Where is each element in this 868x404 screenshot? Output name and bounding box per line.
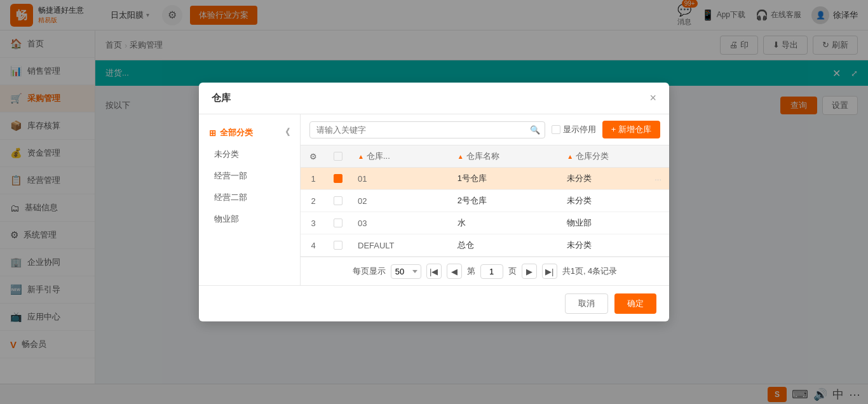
cat-item-ops1[interactable]: 经营一部 bbox=[199, 165, 300, 187]
header-checkbox[interactable] bbox=[334, 152, 342, 161]
show-disabled-checkbox[interactable] bbox=[552, 125, 560, 134]
modal-overlay: 仓库 × ⊞ 全部分类 《 未分类 经营一部 经营二部 物业部 bbox=[0, 0, 868, 404]
modal-close-button[interactable]: × bbox=[649, 91, 656, 105]
show-disabled-wrap[interactable]: 显示停用 bbox=[552, 124, 596, 135]
category-panel: ⊞ 全部分类 《 未分类 经营一部 经营二部 物业部 bbox=[199, 114, 301, 285]
row-num: 01 bbox=[350, 168, 450, 190]
warehouse-modal: 仓库 × ⊞ 全部分类 《 未分类 经营一部 经营二部 物业部 bbox=[199, 83, 669, 321]
cat-item-ops2[interactable]: 经营二部 bbox=[199, 187, 300, 208]
table-panel: 🔍 显示停用 + 新增仓库 ⚙ bbox=[301, 114, 669, 285]
row-gear[interactable]: 2 bbox=[301, 190, 326, 212]
search-input-wrap: 🔍 bbox=[309, 121, 545, 138]
modal-title: 仓库 bbox=[212, 92, 231, 104]
modal-body: ⊞ 全部分类 《 未分类 经营一部 经营二部 物业部 🔍 bbox=[199, 114, 669, 285]
search-icon[interactable]: 🔍 bbox=[530, 125, 540, 135]
collapse-icon[interactable]: 《 bbox=[281, 127, 290, 138]
row-name: 1号仓库 bbox=[450, 168, 560, 190]
search-input[interactable] bbox=[309, 121, 545, 138]
confirm-button[interactable]: 确定 bbox=[614, 293, 656, 314]
row-name: 水 bbox=[450, 212, 560, 234]
sort-icon2: ▲ bbox=[458, 153, 464, 160]
table-row[interactable]: 4 DEFAULT 总仓 未分类 bbox=[301, 234, 669, 257]
row-category: 未分类 bbox=[559, 234, 669, 257]
name-col-header: ▲ 仓库名称 bbox=[450, 145, 560, 168]
row-num: DEFAULT bbox=[350, 234, 450, 257]
row-checkbox-cell[interactable] bbox=[326, 234, 350, 257]
row-checkbox[interactable] bbox=[334, 196, 342, 205]
row-gear[interactable]: 1 bbox=[301, 168, 326, 190]
cat-item-property[interactable]: 物业部 bbox=[199, 208, 300, 230]
cat-item-uncategorized[interactable]: 未分类 bbox=[199, 144, 300, 165]
table-row[interactable]: 1 01 1号仓库 未分类... bbox=[301, 168, 669, 190]
row-name: 总仓 bbox=[450, 234, 560, 257]
page-size-select[interactable]: 50 10 20 100 bbox=[391, 264, 421, 279]
row-more-btn[interactable]: ... bbox=[654, 173, 661, 182]
sort-icon: ▲ bbox=[358, 153, 364, 160]
row-checkbox[interactable] bbox=[334, 219, 342, 227]
row-num: 02 bbox=[350, 190, 450, 212]
category-col-header: ▲ 仓库分类 bbox=[559, 145, 669, 168]
table-toolbar: 🔍 显示停用 + 新增仓库 bbox=[301, 114, 669, 145]
first-page-button[interactable]: |◀ bbox=[426, 264, 442, 279]
data-table: ⚙ ▲ 仓库... bbox=[301, 145, 669, 257]
checkbox-col-header bbox=[326, 145, 350, 168]
row-name: 2号仓库 bbox=[450, 190, 560, 212]
next-page-button[interactable]: ▶ bbox=[522, 264, 537, 279]
row-category: 物业部 bbox=[559, 212, 669, 234]
row-category: 未分类... bbox=[559, 168, 669, 190]
modal-header: 仓库 × bbox=[199, 83, 669, 114]
code-col-header: ▲ 仓库... bbox=[350, 145, 450, 168]
row-category: 未分类 bbox=[559, 190, 669, 212]
modal-footer: 取消 确定 bbox=[199, 285, 669, 321]
page-number-input[interactable] bbox=[480, 264, 503, 279]
row-checkbox-cell[interactable] bbox=[326, 190, 350, 212]
pagination: 每页显示 50 10 20 100 |◀ ◀ 第 页 ▶ ▶| 共1页, 4条记… bbox=[301, 257, 669, 285]
table-row[interactable]: 2 02 2号仓库 未分类 bbox=[301, 190, 669, 212]
new-warehouse-button[interactable]: + 新增仓库 bbox=[602, 121, 660, 138]
row-checkbox-cell[interactable] bbox=[326, 212, 350, 234]
row-checkbox-cell[interactable] bbox=[326, 168, 350, 190]
row-num: 03 bbox=[350, 212, 450, 234]
prev-page-button[interactable]: ◀ bbox=[447, 264, 462, 279]
row-checkbox[interactable] bbox=[334, 174, 342, 183]
grid-icon: ⊞ bbox=[209, 128, 216, 138]
row-gear[interactable]: 4 bbox=[301, 234, 326, 257]
row-checkbox[interactable] bbox=[334, 241, 342, 250]
sort-icon3: ▲ bbox=[567, 153, 573, 160]
cat-all-header[interactable]: ⊞ 全部分类 《 bbox=[199, 122, 300, 144]
cancel-button[interactable]: 取消 bbox=[565, 293, 608, 314]
table-row[interactable]: 3 03 水 物业部 bbox=[301, 212, 669, 234]
row-gear[interactable]: 3 bbox=[301, 212, 326, 234]
gear-col-header: ⚙ bbox=[301, 145, 326, 168]
last-page-button[interactable]: ▶| bbox=[542, 264, 557, 279]
